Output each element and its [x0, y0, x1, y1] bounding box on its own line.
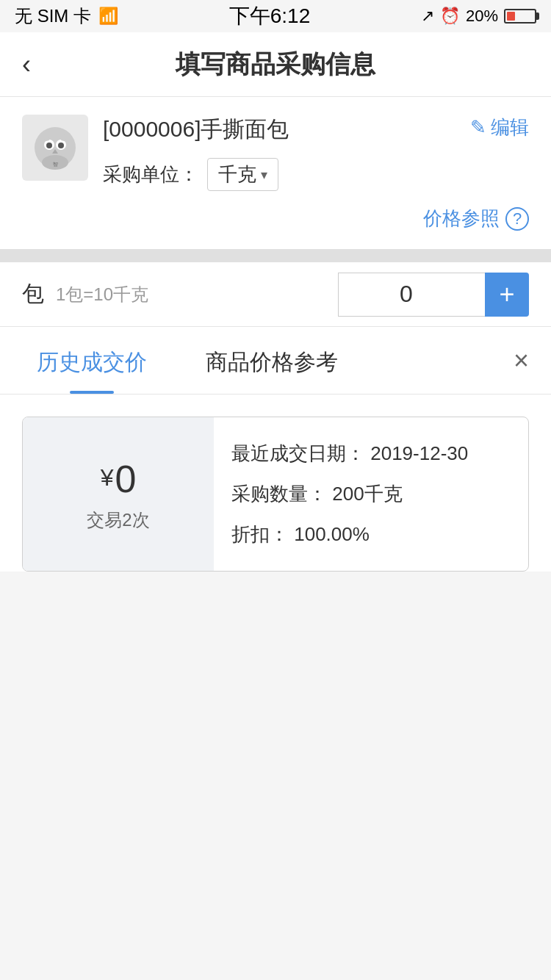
- svg-text:智: 智: [53, 162, 58, 167]
- status-time: 下午6:12: [229, 2, 311, 30]
- product-header: 智 [0000006]手撕面包 采购单位： 千克 ▾ ✎ 编辑: [22, 115, 529, 191]
- tab-history-price[interactable]: 历史成交价: [22, 327, 162, 394]
- tab-product-price-label: 商品价格参考: [206, 350, 338, 374]
- history-trades-label: 交易2次: [87, 508, 149, 532]
- quantity-row: 包 1包=10千克 +: [0, 262, 551, 327]
- discount-value: 100.00%: [294, 523, 370, 545]
- history-left-panel: ¥ 0 交易2次: [23, 417, 214, 571]
- price-value: 0: [115, 457, 136, 501]
- product-info: [0000006]手撕面包 采购单位： 千克 ▾: [103, 115, 289, 191]
- price-symbol: ¥: [101, 464, 114, 491]
- chevron-down-icon: ▾: [261, 167, 267, 183]
- history-price: ¥ 0: [101, 457, 137, 501]
- product-name: [0000006]手撕面包: [103, 115, 289, 145]
- page-title: 填写商品采购信息: [176, 48, 375, 82]
- product-left: 智 [0000006]手撕面包 采购单位： 千克 ▾: [22, 115, 289, 191]
- qty-right: +: [338, 273, 529, 317]
- edit-icon: ✎: [470, 116, 486, 139]
- unit-select-button[interactable]: 千克 ▾: [207, 158, 278, 191]
- carrier-label: 无 SIM 卡: [15, 4, 91, 28]
- status-left: 无 SIM 卡 📶: [15, 4, 118, 28]
- price-ref-label: 价格参照: [423, 206, 500, 231]
- unit-value: 千克: [218, 162, 256, 187]
- history-discount-row: 折扣： 100.00%: [231, 520, 511, 549]
- recent-date-value: 2019-12-30: [370, 442, 468, 464]
- edit-button[interactable]: ✎ 编辑: [470, 115, 529, 140]
- status-right: ↗ ⏰ 20%: [421, 7, 536, 26]
- product-right-actions: ✎ 编辑: [470, 115, 529, 140]
- svg-point-4: [58, 143, 64, 148]
- svg-point-3: [46, 143, 52, 148]
- edit-label: 编辑: [491, 115, 529, 140]
- wifi-icon: 📶: [98, 7, 118, 26]
- tab-close-button[interactable]: ×: [514, 345, 529, 376]
- alarm-icon: ⏰: [440, 7, 460, 26]
- tabs-section: 历史成交价 商品价格参考 × ¥ 0 交易2次 最近成交日期： 2019-12-…: [0, 327, 551, 572]
- location-icon: ↗: [421, 7, 434, 26]
- tab-history-label: 历史成交价: [37, 350, 147, 374]
- qty-plus-button[interactable]: +: [485, 273, 529, 317]
- product-thumbnail: 智: [22, 115, 88, 181]
- unit-label: 采购单位：: [103, 162, 198, 187]
- battery-percent: 20%: [466, 7, 498, 26]
- price-ref-button[interactable]: 价格参照 ?: [423, 206, 529, 231]
- qty-left: 包 1包=10千克: [22, 279, 148, 309]
- section-divider: [0, 249, 551, 262]
- battery-fill: [507, 12, 515, 21]
- history-right-panel: 最近成交日期： 2019-12-30 采购数量： 200千克 折扣： 100.0…: [214, 417, 528, 571]
- product-unit-row: 采购单位： 千克 ▾: [103, 158, 289, 191]
- back-button[interactable]: ‹: [22, 49, 31, 80]
- discount-label: 折扣：: [231, 523, 289, 545]
- owl-logo-icon: 智: [33, 126, 77, 170]
- qty-unit-label: 包: [22, 279, 44, 309]
- status-bar: 无 SIM 卡 📶 下午6:12 ↗ ⏰ 20%: [0, 0, 551, 32]
- tabs-header: 历史成交价 商品价格参考 ×: [0, 327, 551, 394]
- question-icon[interactable]: ?: [505, 207, 529, 231]
- recent-date-label: 最近成交日期：: [231, 442, 365, 464]
- tab-product-price-ref[interactable]: 商品价格参考: [191, 327, 353, 394]
- quantity-label: 采购数量：: [231, 483, 327, 505]
- product-footer-row: 价格参照 ?: [22, 206, 529, 231]
- history-card: ¥ 0 交易2次 最近成交日期： 2019-12-30 采购数量： 200千克 …: [22, 417, 529, 572]
- history-recent-date-row: 最近成交日期： 2019-12-30: [231, 439, 511, 468]
- product-card: 智 [0000006]手撕面包 采购单位： 千克 ▾ ✎ 编辑: [0, 97, 551, 249]
- battery-bar: [504, 9, 536, 24]
- qty-input[interactable]: [338, 273, 485, 317]
- main-content-area: [0, 594, 551, 980]
- history-quantity-row: 采购数量： 200千克: [231, 480, 511, 508]
- nav-bar: ‹ 填写商品采购信息: [0, 32, 551, 97]
- qty-unit-hint: 1包=10千克: [56, 283, 148, 306]
- quantity-value: 200千克: [332, 483, 402, 505]
